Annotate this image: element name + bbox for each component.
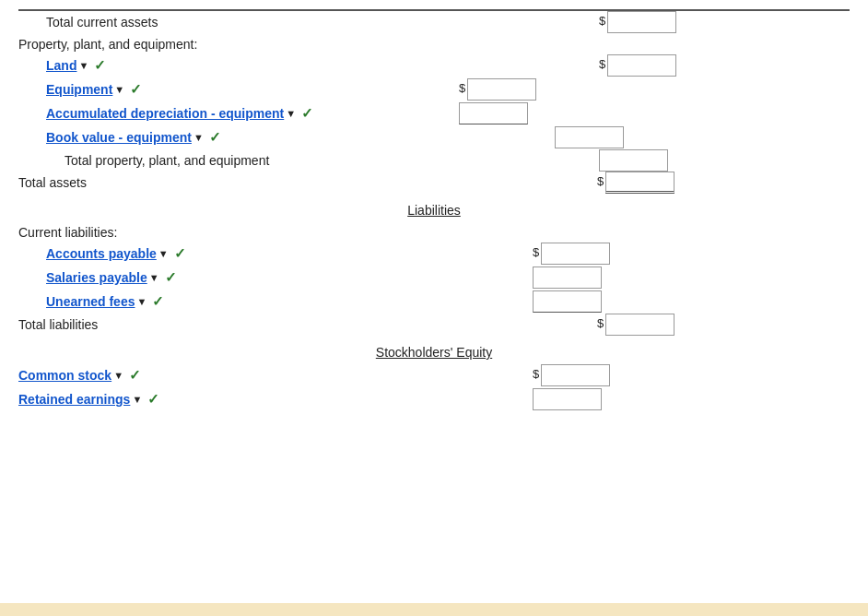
liabilities-title: Liabilities bbox=[18, 203, 850, 218]
unearned-fees-arrow[interactable]: ▼ bbox=[136, 296, 147, 307]
page-container: Total current assets $ Property, plant, … bbox=[0, 0, 868, 616]
accum-dep-amount bbox=[459, 102, 528, 124]
total-current-assets-text: Total current assets bbox=[46, 15, 158, 30]
equipment-arrow[interactable]: ▼ bbox=[114, 84, 124, 95]
book-value-input[interactable] bbox=[555, 126, 624, 148]
equipment-row: Equipment ▼ ✓ $ bbox=[18, 81, 850, 98]
land-label-col: Land ▼ ✓ bbox=[46, 57, 850, 74]
land-check: ✓ bbox=[94, 57, 106, 74]
accounts-payable-arrow[interactable]: ▼ bbox=[158, 248, 169, 259]
book-value-check: ✓ bbox=[209, 129, 221, 146]
retained-earnings-check: ✓ bbox=[147, 391, 159, 408]
common-stock-amount: $ bbox=[533, 364, 610, 386]
equipment-input[interactable] bbox=[467, 78, 536, 101]
common-stock-dropdown[interactable]: Common stock bbox=[18, 368, 111, 383]
land-input[interactable] bbox=[607, 54, 676, 77]
total-assets-row: Total assets $ bbox=[18, 175, 850, 190]
unearned-fees-check: ✓ bbox=[152, 293, 164, 310]
accum-dep-arrow[interactable]: ▼ bbox=[286, 108, 296, 119]
retained-earnings-arrow[interactable]: ▼ bbox=[132, 394, 142, 405]
equipment-dropdown[interactable]: Equipment bbox=[46, 82, 112, 97]
retained-earnings-row: Retained earnings ▼ ✓ bbox=[18, 391, 850, 408]
common-stock-arrow[interactable]: ▼ bbox=[113, 370, 123, 381]
dollar-sign-tca: $ bbox=[599, 14, 605, 28]
total-current-assets-amount: $ bbox=[599, 11, 676, 33]
accum-depreciation-row: Accumulated depreciation - equipment ▼ ✓ bbox=[18, 105, 850, 122]
total-ppe-text: Total property, plant, and equipment bbox=[65, 153, 269, 168]
unearned-fees-input[interactable] bbox=[533, 290, 602, 313]
retained-earnings-amount bbox=[533, 388, 602, 410]
total-assets-input[interactable] bbox=[605, 172, 674, 194]
stockholders-equity-title: Stockholders' Equity bbox=[18, 345, 850, 360]
land-row: Land ▼ ✓ $ bbox=[18, 57, 850, 74]
book-value-dropdown[interactable]: Book value - equipment bbox=[46, 130, 192, 145]
dollar-sign-land: $ bbox=[599, 57, 605, 71]
dollar-sign-equip: $ bbox=[459, 81, 465, 95]
current-liabilities-header-row: Current liabilities: bbox=[18, 225, 850, 240]
unearned-fees-dropdown[interactable]: Unearned fees bbox=[46, 294, 135, 309]
accum-depreciation-dropdown[interactable]: Accumulated depreciation - equipment bbox=[46, 106, 284, 121]
total-liabilities-text: Total liabilities bbox=[18, 317, 98, 332]
land-arrow[interactable]: ▼ bbox=[78, 60, 88, 71]
common-stock-check: ✓ bbox=[129, 367, 141, 384]
property-header-row: Property, plant, and equipment: bbox=[18, 37, 850, 52]
common-stock-row: Common stock ▼ ✓ $ bbox=[18, 367, 850, 384]
accounts-payable-row: Accounts payable ▼ ✓ $ bbox=[18, 245, 850, 262]
total-ppe-amount bbox=[599, 149, 668, 172]
book-value-amount bbox=[555, 126, 624, 148]
total-ppe-row: Total property, plant, and equipment bbox=[18, 153, 850, 168]
accum-dep-input[interactable] bbox=[459, 102, 528, 124]
top-border bbox=[18, 9, 850, 11]
unearned-fees-amount bbox=[533, 290, 602, 313]
salaries-payable-arrow[interactable]: ▼ bbox=[149, 272, 159, 283]
book-value-row: Book value - equipment ▼ ✓ bbox=[18, 129, 850, 146]
equipment-amount: $ bbox=[459, 78, 536, 101]
equipment-check: ✓ bbox=[130, 81, 142, 98]
salaries-payable-check: ✓ bbox=[165, 269, 177, 286]
unearned-fees-label-col: Unearned fees ▼ ✓ bbox=[46, 293, 850, 310]
retained-earnings-input[interactable] bbox=[533, 388, 602, 410]
retained-earnings-label-col: Retained earnings ▼ ✓ bbox=[18, 391, 850, 408]
dollar-sign-tl: $ bbox=[597, 316, 604, 330]
accounts-payable-input[interactable] bbox=[541, 243, 610, 265]
land-dropdown[interactable]: Land bbox=[46, 58, 76, 73]
dollar-sign-ta: $ bbox=[597, 174, 604, 188]
total-current-assets-input[interactable] bbox=[607, 11, 676, 33]
salaries-payable-row: Salaries payable ▼ ✓ bbox=[18, 269, 850, 286]
common-stock-label-col: Common stock ▼ ✓ bbox=[18, 367, 850, 384]
dollar-sign-cs: $ bbox=[533, 367, 539, 381]
total-assets-text: Total assets bbox=[18, 175, 87, 190]
accounts-payable-dropdown[interactable]: Accounts payable bbox=[46, 246, 157, 261]
total-liabilities-label: Total liabilities bbox=[18, 317, 850, 332]
total-liabilities-amount: $ bbox=[597, 314, 674, 336]
accounts-payable-amount: $ bbox=[533, 243, 610, 265]
salaries-payable-dropdown[interactable]: Salaries payable bbox=[46, 270, 147, 285]
equipment-label-col: Equipment ▼ ✓ bbox=[46, 81, 850, 98]
common-stock-input[interactable] bbox=[541, 364, 610, 386]
unearned-fees-row: Unearned fees ▼ ✓ bbox=[18, 293, 850, 310]
book-value-arrow[interactable]: ▼ bbox=[194, 132, 204, 143]
retained-earnings-dropdown[interactable]: Retained earnings bbox=[18, 392, 130, 407]
land-amount: $ bbox=[599, 54, 676, 77]
accounts-payable-check: ✓ bbox=[174, 245, 186, 262]
accum-dep-check: ✓ bbox=[301, 105, 313, 122]
current-liabilities-header-text: Current liabilities: bbox=[18, 225, 117, 240]
dollar-sign-ap: $ bbox=[533, 245, 539, 259]
salaries-payable-amount bbox=[533, 267, 602, 289]
total-ppe-label: Total property, plant, and equipment bbox=[65, 153, 850, 168]
total-ppe-input[interactable] bbox=[599, 149, 668, 172]
total-assets-label: Total assets bbox=[18, 175, 850, 190]
total-liabilities-input[interactable] bbox=[605, 314, 674, 336]
book-value-label-col: Book value - equipment ▼ ✓ bbox=[46, 129, 850, 146]
total-liabilities-row: Total liabilities $ bbox=[18, 317, 850, 332]
total-current-assets-row: Total current assets $ bbox=[18, 15, 850, 30]
accounts-payable-label-col: Accounts payable ▼ ✓ bbox=[46, 245, 850, 262]
property-header-label: Property, plant, and equipment: bbox=[18, 37, 197, 52]
total-current-assets-label: Total current assets bbox=[46, 15, 850, 30]
salaries-payable-label-col: Salaries payable ▼ ✓ bbox=[46, 269, 850, 286]
total-assets-amount: $ bbox=[597, 172, 674, 194]
accum-dep-label-col: Accumulated depreciation - equipment ▼ ✓ bbox=[46, 105, 850, 122]
salaries-payable-input[interactable] bbox=[533, 267, 602, 289]
bottom-bar bbox=[0, 603, 868, 616]
